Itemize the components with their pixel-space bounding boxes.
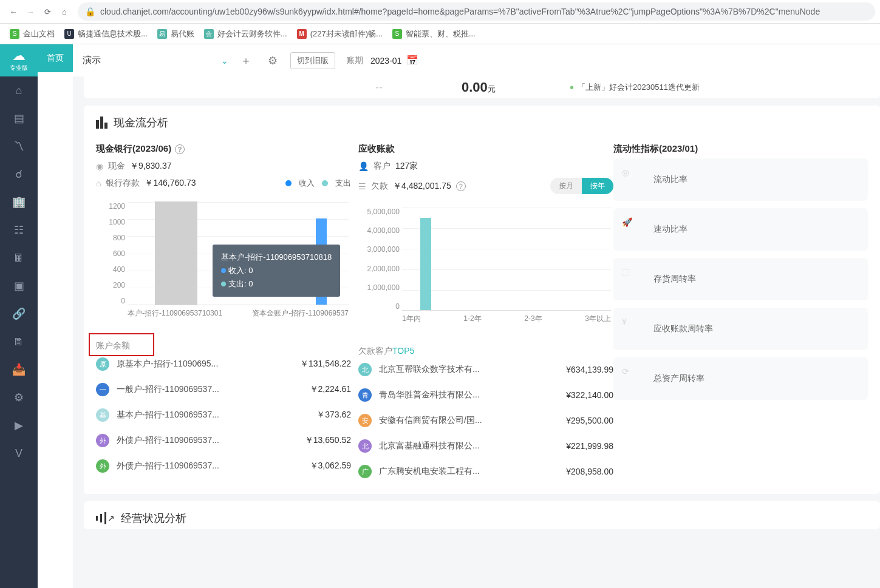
home-tab[interactable]: 首页: [38, 44, 73, 72]
back-button[interactable]: ←: [5, 3, 22, 20]
cube-icon: ⬚: [622, 267, 646, 291]
rail-doc-icon[interactable]: 🗎: [0, 328, 38, 356]
reload-button[interactable]: ⟳: [39, 3, 56, 20]
legend-expense-dot: [322, 180, 328, 186]
cash-icon: ◉: [96, 161, 103, 171]
account-row[interactable]: 外外债户-招行-1109069537...￥3,062.59: [96, 453, 351, 479]
url-text: cloud.chanjet.com/accounting/uw1eb00zy96…: [100, 7, 820, 16]
indicator-card[interactable]: ⟳总资产周转率: [613, 357, 868, 400]
chart-tooltip: 基本户-招行-110906953710818 收入: 0 支出: 0: [213, 245, 340, 297]
bookmark-item[interactable]: 易易代账: [152, 26, 199, 42]
liquidity-title: 流动性指标(2023/01): [613, 143, 698, 155]
liquidity-column: 流动性指标(2023/01) ◎流动比率 🚀速动比率 ⬚存货周转率 ¥应收账款周…: [613, 143, 868, 484]
debtor-row[interactable]: 青青岛华胜普金科技有限公...¥322,140.00: [358, 382, 613, 408]
rail-v-icon[interactable]: V: [0, 439, 38, 467]
account-row[interactable]: 基基本户-招行-1109069537...￥373.62: [96, 402, 351, 428]
rail-play-icon[interactable]: ▶: [0, 411, 38, 439]
debtor-row[interactable]: 北北京富基融通科技有限公...¥221,999.98: [358, 433, 613, 459]
cash-bank-column: 现金银行(2023/06) ? ◉ 现金 ￥9,830.37 ⌂ 银行存款 ￥1…: [96, 143, 351, 484]
account-row[interactable]: 外外债户-招行-1109069537...￥13,650.52: [96, 428, 351, 453]
browser-toolbar: ← → ⟳ ⌂ 🔒 cloud.chanjet.com/accounting/u…: [0, 0, 880, 24]
rocket-icon: 🚀: [622, 217, 646, 242]
side-rail: ☁ 专业版 ⌂ ▤ 〽 ☌ 🏢 ☷ 🖩 ▣ 🔗 🗎 📥 ⚙ ▶ V: [0, 44, 38, 588]
period-toggle[interactable]: 按月 按年: [550, 178, 613, 194]
bookmark-item[interactable]: S金山文档: [5, 26, 60, 42]
bookmark-item[interactable]: M(227封未读邮件)畅...: [292, 26, 387, 42]
customer-icon: 👤: [358, 161, 369, 171]
period-value: 2023-01: [370, 56, 401, 66]
operations-card: ↗ 经营状况分析: [84, 501, 880, 529]
switch-old-button[interactable]: 切到旧版: [290, 52, 335, 69]
receivable-chart: 5,000,0004,000,0003,000,0002,000,0001,00…: [358, 208, 613, 335]
operations-title: 经营状况分析: [121, 511, 186, 525]
rail-inbox-icon[interactable]: 📥: [0, 356, 38, 384]
cashflow-title: 现金流分析: [114, 115, 168, 130]
bullet-icon: •: [570, 81, 574, 95]
ratio-icon: ◎: [622, 167, 646, 192]
debtor-row[interactable]: 广广东腾安机电安装工程有...¥208,958.00: [358, 459, 613, 484]
app-root: ☁ 专业版 ⌂ ▤ 〽 ☌ 🏢 ☷ 🖩 ▣ 🔗 🗎 📥 ⚙ ▶ V 首页 演示 …: [0, 44, 880, 588]
bank-icon: ⌂: [96, 178, 101, 188]
sub-rail: 首页: [38, 44, 73, 588]
ledger-icon: ☰: [358, 181, 366, 191]
balance-header: 账户余额: [96, 340, 351, 351]
org-selector[interactable]: 演示 ⌄: [83, 51, 228, 70]
rail-gear-icon[interactable]: ⚙: [0, 384, 38, 411]
bookmark-item[interactable]: S智能票、财、税推...: [387, 26, 480, 42]
rail-building-icon[interactable]: 🏢: [0, 188, 38, 216]
main-area: 演示 ⌄ ＋ ⚙ 切到旧版 账期 2023-01 📅 -- 0.00元 • 「上…: [73, 44, 880, 588]
rail-report-icon[interactable]: 〽: [0, 132, 38, 160]
cash-bank-title: 现金银行(2023/06): [96, 143, 171, 155]
bookmarks-bar: S金山文档 U畅捷通信息技术股... 易易代账 会好会计云财务软件... M(2…: [0, 24, 880, 44]
growth-icon: ↗: [96, 512, 115, 524]
indicator-card[interactable]: 🚀速动比率: [613, 208, 868, 251]
indicator-card[interactable]: ⬚存货周转率: [613, 258, 868, 300]
topbar: 演示 ⌄ ＋ ⚙ 切到旧版 账期 2023-01 📅: [73, 44, 880, 76]
dash-value: --: [375, 81, 383, 94]
settings-button[interactable]: ⚙: [264, 52, 282, 70]
update-notification[interactable]: • 「上新」好会计20230511迭代更新: [570, 81, 700, 95]
bookmark-item[interactable]: 会好会计云财务软件...: [199, 26, 292, 42]
receivable-title: 应收账款: [358, 143, 395, 155]
cloud-icon: ☁: [12, 49, 26, 63]
rail-calc-icon[interactable]: 🖩: [0, 244, 38, 272]
content: -- 0.00元 • 「上新」好会计20230511迭代更新 现金流分析: [73, 76, 880, 588]
indicator-card[interactable]: ◎流动比率: [613, 158, 868, 201]
period-label: 账期: [346, 55, 363, 66]
home-button[interactable]: ⌂: [56, 3, 73, 20]
app-logo[interactable]: ☁ 专业版: [0, 44, 38, 76]
indicator-card[interactable]: ¥应收账款周转率: [613, 308, 868, 350]
rail-image-icon[interactable]: ▣: [0, 272, 38, 300]
forward-button[interactable]: →: [22, 3, 39, 20]
rail-voucher-icon[interactable]: ▤: [0, 104, 38, 132]
debtor-row[interactable]: 安安徽有信商贸有限公司/国...¥295,500.00: [358, 408, 613, 433]
rail-money-icon[interactable]: ☌: [0, 160, 38, 188]
rail-list-icon[interactable]: ☷: [0, 216, 38, 244]
top-summary-strip: -- 0.00元 • 「上新」好会计20230511迭代更新: [84, 76, 880, 98]
account-row[interactable]: 一一般户-招行-1109069537...￥2,224.61: [96, 377, 351, 402]
add-button[interactable]: ＋: [237, 52, 255, 70]
chart-bar: [420, 218, 431, 310]
url-bar[interactable]: 🔒 cloud.chanjet.com/accounting/uw1eb00zy…: [78, 2, 875, 21]
chevron-down-icon: ⌄: [221, 56, 228, 66]
cash-bank-chart: 1200 1000 800 600 400 200 0: [96, 202, 351, 329]
asset-icon: ⟳: [622, 367, 646, 391]
rail-link-icon[interactable]: 🔗: [0, 300, 38, 328]
account-row[interactable]: 原原基本户-招行-11090695...￥131,548.22: [96, 351, 351, 377]
calendar-icon[interactable]: 📅: [406, 55, 418, 66]
bookmark-item[interactable]: U畅捷通信息技术股...: [60, 26, 152, 42]
rail-home-icon[interactable]: ⌂: [0, 76, 38, 104]
cashflow-card: 现金流分析 现金银行(2023/06) ? ◉ 现金 ￥9,830.37: [84, 106, 880, 494]
help-icon[interactable]: ?: [456, 181, 466, 191]
legend-income-dot: [285, 180, 292, 186]
receivable-column: 应收账款 👤 客户 127家 ☰ 欠款 ￥4,482,001.75 ?: [358, 143, 613, 484]
strip-amount: 0.00元: [462, 79, 496, 95]
lock-icon: 🔒: [85, 7, 95, 16]
bars-icon: [96, 117, 107, 129]
top5-header: 欠款客户TOP5: [358, 346, 613, 357]
help-icon[interactable]: ?: [175, 144, 185, 154]
yen-icon: ¥: [622, 317, 646, 341]
debtor-row[interactable]: 北北京互帮联众数字技术有...¥634,139.99: [358, 357, 613, 382]
